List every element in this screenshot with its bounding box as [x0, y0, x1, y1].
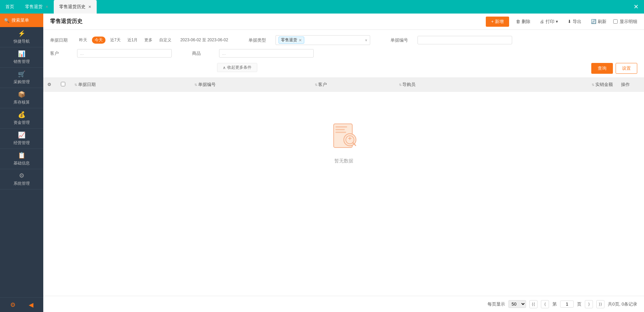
goods-input[interactable] — [219, 49, 314, 58]
filter-row-1: 单据日期 昨天 今天 近7天 近1月 更多 自定义 2023-06-02 至 2… — [50, 35, 637, 45]
settings-button[interactable]: 设置 — [616, 63, 637, 74]
date-range-display: 2023-06-02 至 2023-06-02 — [180, 37, 228, 43]
header-actions: + 新增 🗑 删除 🖨 打印 ▾ ⬇ 导出 🔄 刷新 — [486, 17, 637, 27]
th-customer[interactable]: 客户 — [311, 78, 395, 91]
per-page-select[interactable]: 10 20 50 100 — [508, 300, 526, 308]
filter-row-2: 客户 商品 — [50, 49, 637, 58]
sidebar-item-inventory[interactable]: 📦 库存核算 — [0, 88, 43, 108]
query-button[interactable]: 查询 — [591, 63, 613, 74]
th-doc-date[interactable]: 单据日期 — [70, 78, 190, 91]
tab-retail-return-label: 零售退货 — [25, 4, 43, 10]
doc-type-dropdown-icon[interactable]: ▾ — [365, 38, 367, 43]
display-toggle-checkbox[interactable] — [613, 19, 618, 24]
export-button[interactable]: ⬇ 导出 — [565, 17, 584, 26]
collapse-sidebar-icon[interactable]: ◀ — [29, 301, 33, 309]
sidebar-item-quick-nav[interactable]: ⚡ 快捷导航 — [0, 27, 43, 47]
th-guide[interactable]: 导购员 — [395, 78, 497, 91]
delete-icon: 🗑 — [516, 19, 520, 24]
main-layout: 🔍 搜索菜单 ⚡ 快捷导航 📊 销售管理 🛒 采购管理 📦 库存核算 💰 资金管… — [0, 14, 644, 312]
empty-state-cell: 暂无数据 — [43, 91, 644, 191]
date-option-yesterday[interactable]: 昨天 — [77, 37, 89, 44]
refresh-label: 刷新 — [598, 19, 606, 25]
page-label: 第 — [552, 301, 557, 307]
close-window-button[interactable]: ✕ — [628, 3, 644, 10]
th-doc-number[interactable]: 单据编号 — [190, 78, 310, 91]
th-amount[interactable]: 实销金额 — [497, 78, 617, 91]
select-all-checkbox[interactable] — [61, 82, 65, 86]
pagination-bar: 每页显示 10 20 50 100 ⟨⟨ ⟨ 第 页 ⟩ ⟩⟩ 共0页, 0条记… — [43, 296, 644, 312]
last-page-button[interactable]: ⟩⟩ — [596, 300, 604, 308]
print-icon: 🖨 — [540, 19, 544, 24]
sidebar-item-operation[interactable]: 📈 经营管理 — [0, 129, 43, 149]
next-page-icon: ⟩ — [588, 302, 590, 307]
delete-label: 删除 — [522, 19, 530, 25]
customer-input[interactable] — [77, 49, 172, 58]
sidebar-item-quick-nav-label: 快捷导航 — [14, 39, 30, 44]
sidebar-item-finance[interactable]: 💰 资金管理 — [0, 108, 43, 129]
top-bar: 首页 零售退货 ✕ 零售退货历史 ✕ ✕ — [0, 0, 644, 14]
date-option-7days[interactable]: 近7天 — [108, 37, 123, 44]
inventory-icon: 📦 — [18, 91, 25, 98]
settings-footer-icon[interactable]: ⚙ — [10, 301, 16, 309]
finance-icon: 💰 — [18, 111, 25, 118]
tab-retail-return[interactable]: 零售退货 ✕ — [20, 0, 54, 14]
th-action: 操作 — [617, 78, 644, 91]
next-page-button[interactable]: ⟩ — [585, 300, 593, 308]
tab-retail-return-history-label: 零售退货历史 — [59, 4, 86, 10]
sidebar-item-sys-mgmt[interactable]: ⚙ 系统管理 — [0, 169, 43, 190]
tab-retail-return-close[interactable]: ✕ — [45, 5, 48, 9]
export-icon: ⬇ — [568, 19, 571, 24]
collapse-btn[interactable]: ∧ 收起更多条件 — [217, 63, 257, 72]
empty-text: 暂无数据 — [334, 158, 353, 164]
page-title: 零售退货历史 — [50, 18, 486, 25]
sidebar-search-label: 搜索菜单 — [11, 17, 29, 23]
tab-home-label: 首页 — [5, 4, 14, 10]
sidebar-item-sales-mgmt[interactable]: 📊 销售管理 — [0, 47, 43, 68]
table-container: ⚙ 单据日期 单据编号 客户 导购员 实销金额 操作 — [43, 78, 644, 296]
date-option-custom[interactable]: 自定义 — [157, 37, 173, 44]
doc-number-label: 单据编号 — [390, 37, 411, 43]
quick-nav-icon: ⚡ — [18, 30, 25, 37]
prev-page-button[interactable]: ⟨ — [541, 300, 549, 308]
operation-icon: 📈 — [18, 131, 25, 139]
empty-icon — [327, 119, 361, 153]
date-option-1month[interactable]: 近1月 — [125, 37, 140, 44]
tab-home[interactable]: 首页 — [0, 0, 20, 14]
page-number-input[interactable] — [560, 300, 574, 308]
sidebar-search-bar[interactable]: 🔍 搜索菜单 — [0, 14, 43, 27]
sidebar-item-operation-label: 经营管理 — [14, 140, 30, 146]
tab-retail-return-history[interactable]: 零售退货历史 ✕ — [54, 0, 97, 14]
doc-type-tag-label: 零售退货 — [281, 37, 297, 43]
th-settings[interactable]: ⚙ — [43, 78, 57, 91]
display-toggle: 显示明细 — [613, 19, 637, 25]
add-button[interactable]: + 新增 — [486, 17, 509, 27]
collapse-label: 收起更多条件 — [227, 65, 252, 70]
page-suffix: 页 — [577, 301, 581, 307]
empty-state: 暂无数据 — [43, 92, 644, 191]
customer-label: 客户 — [50, 50, 70, 57]
doc-type-tag-close[interactable]: ✕ — [299, 38, 302, 43]
page-header: 零售退货历史 + 新增 🗑 删除 🖨 打印 ▾ ⬇ 导出 🔄 — [43, 14, 644, 30]
refresh-button[interactable]: 🔄 刷新 — [588, 17, 609, 26]
th-checkbox[interactable] — [57, 78, 70, 91]
delete-button[interactable]: 🗑 删除 — [513, 17, 533, 26]
tab-retail-return-history-close[interactable]: ✕ — [88, 5, 91, 9]
print-label: 打印 — [546, 19, 554, 25]
purchase-mgmt-icon: 🛒 — [18, 70, 25, 78]
print-button[interactable]: 🖨 打印 ▾ — [537, 17, 561, 26]
date-option-today[interactable]: 今天 — [92, 37, 105, 44]
doc-type-label: 单据类型 — [248, 37, 269, 43]
filter-row-3: ∧ 收起更多条件 查询 设置 — [50, 62, 637, 75]
refresh-icon: 🔄 — [591, 19, 596, 24]
date-option-more[interactable]: 更多 — [142, 37, 154, 44]
sidebar-item-basic-info[interactable]: 📋 基础信息 — [0, 149, 43, 169]
sidebar-item-inventory-label: 库存核算 — [14, 99, 30, 105]
display-toggle-label: 显示明细 — [620, 19, 637, 25]
svg-rect-3 — [335, 132, 346, 133]
sidebar-item-purchase-mgmt[interactable]: 🛒 采购管理 — [0, 68, 43, 88]
doc-type-container[interactable]: 零售退货 ✕ ▾ — [276, 35, 370, 45]
prev-page-icon: ⟨ — [544, 302, 546, 307]
doc-number-input[interactable] — [418, 36, 512, 44]
sidebar-footer: ⚙ ◀ — [0, 297, 43, 312]
first-page-button[interactable]: ⟨⟨ — [529, 300, 538, 308]
